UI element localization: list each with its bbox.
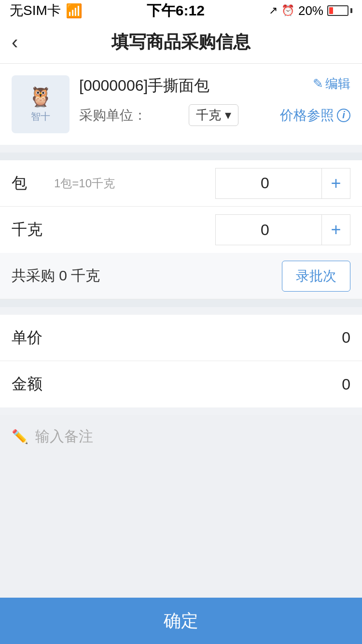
carrier-text: 无SIM卡 (10, 1, 61, 20)
edit-label: 编辑 (325, 75, 350, 92)
bag-sub-label: 1包=10千克 (54, 176, 215, 191)
unit-price-value: 0 (342, 329, 350, 347)
kg-label: 千克 (12, 219, 50, 240)
unit-price-row: 单价 0 (0, 315, 362, 361)
product-logo: 🦉 (28, 85, 53, 108)
kg-input-group: + (215, 214, 350, 245)
kg-plus-button[interactable]: + (321, 214, 350, 245)
quantity-form-section: 包 1包=10千克 + 千克 + (0, 160, 362, 253)
total-label: 共采购 (12, 267, 55, 283)
price-ref-button[interactable]: 价格参照 i (280, 106, 350, 125)
product-header: [0000006]手撕面包 ✎ 编辑 (79, 75, 350, 97)
location-icon: ↗ (269, 4, 278, 17)
total-row: 共采购 0 千克 录批次 (0, 253, 362, 299)
alarm-icon: ⏰ (281, 4, 294, 17)
kg-input[interactable] (215, 214, 321, 245)
pencil-remark-icon: ✏️ (12, 429, 28, 445)
total-unit: 千克 (71, 267, 100, 283)
total-text: 共采购 0 千克 (12, 266, 282, 286)
back-button[interactable]: ‹ (12, 31, 18, 53)
section-divider-2 (0, 299, 362, 307)
price-ref-label: 价格参照 (280, 106, 334, 125)
amount-label: 金额 (12, 374, 342, 395)
remark-section[interactable]: ✏️ 输入备注 (0, 415, 362, 458)
status-left: 无SIM卡 📶 (10, 1, 83, 20)
unit-selector[interactable]: 千克 ▾ (189, 104, 238, 126)
battery-icon (327, 5, 352, 16)
bag-row: 包 1包=10千克 + (0, 160, 362, 207)
wifi-icon: 📶 (66, 3, 83, 19)
page-title: 填写商品采购信息 (111, 30, 251, 54)
product-image: 🦉 智十 (12, 75, 70, 133)
pencil-icon: ✎ (313, 76, 323, 91)
bag-label: 包 (12, 173, 50, 194)
nav-bar: ‹ 填写商品采购信息 (0, 21, 362, 64)
product-info: [0000006]手撕面包 ✎ 编辑 采购单位： 千克 ▾ 价格参照 i (79, 75, 350, 126)
batch-button[interactable]: 录批次 (282, 261, 350, 292)
kg-row: 千克 + (0, 207, 362, 253)
unit-price-label: 单价 (12, 327, 342, 349)
product-card: 🦉 智十 [0000006]手撕面包 ✎ 编辑 采购单位： 千克 ▾ 价格参照 … (0, 64, 362, 145)
remark-placeholder: 输入备注 (35, 427, 93, 447)
product-name: [0000006]手撕面包 (79, 75, 209, 97)
product-logo-text: 智十 (31, 110, 50, 123)
product-unit-row: 采购单位： 千克 ▾ 价格参照 i (79, 104, 350, 126)
battery-percentage: 20% (298, 3, 323, 18)
amount-value: 0 (342, 376, 350, 393)
confirm-button[interactable]: 确定 (0, 598, 362, 644)
price-section: 单价 0 金额 0 (0, 315, 362, 407)
status-right: ↗ ⏰ 20% (269, 3, 352, 18)
amount-row: 金额 0 (0, 361, 362, 407)
bag-input-group: + (215, 168, 350, 199)
edit-button[interactable]: ✎ 编辑 (313, 75, 350, 92)
info-icon: i (337, 109, 350, 122)
total-value: 0 (59, 267, 67, 283)
bag-input[interactable] (215, 168, 321, 199)
status-time: 下午6:12 (147, 1, 205, 21)
chevron-down-icon: ▾ (225, 108, 231, 123)
status-bar: 无SIM卡 📶 下午6:12 ↗ ⏰ 20% (0, 0, 362, 21)
section-divider-1 (0, 153, 362, 160)
unit-label: 采购单位： (79, 106, 147, 125)
unit-value: 千克 (196, 107, 221, 124)
bag-plus-button[interactable]: + (321, 168, 350, 199)
